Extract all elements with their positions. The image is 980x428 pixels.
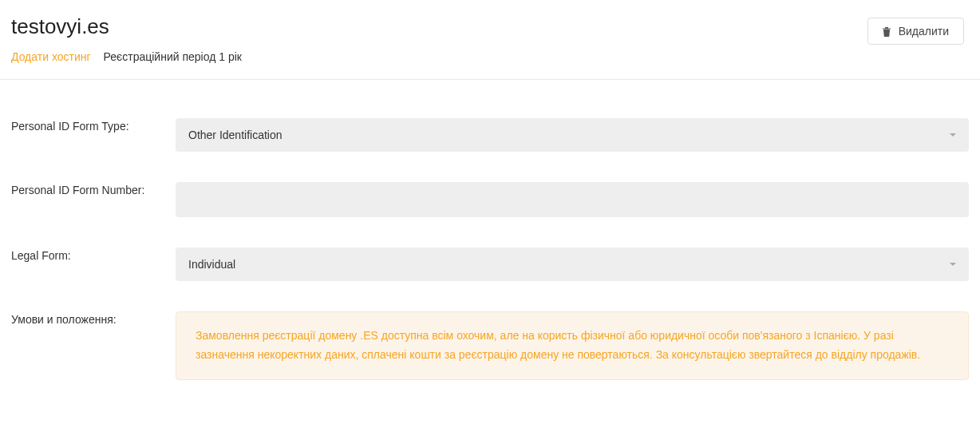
row-legal-form: Legal Form: Individual <box>11 248 969 281</box>
select-personal-id-type[interactable]: Other Identification <box>176 118 969 152</box>
form-area: Personal ID Form Type: Other Identificat… <box>0 80 980 422</box>
domain-title: testovyi.es <box>11 14 969 39</box>
row-personal-id-type: Personal ID Form Type: Other Identificat… <box>11 118 969 152</box>
caret-down-icon <box>950 133 956 137</box>
trash-icon <box>883 26 891 36</box>
caret-down-icon <box>950 263 956 266</box>
header-sub-row: Додати хостинг Реєстраційний період 1 рі… <box>11 50 969 63</box>
add-hosting-link[interactable]: Додати хостинг <box>11 50 91 63</box>
delete-button-label: Видалити <box>899 25 949 38</box>
page-header: testovyi.es Додати хостинг Реєстраційний… <box>0 0 980 80</box>
label-personal-id-number: Personal ID Form Number: <box>11 182 176 217</box>
select-legal-form-value: Individual <box>188 258 235 271</box>
label-terms: Умови и положення: <box>11 311 176 380</box>
label-personal-id-type: Personal ID Form Type: <box>11 118 176 152</box>
terms-notice: Замовлення реєстрації домену .ES доступн… <box>176 311 969 380</box>
row-personal-id-number: Personal ID Form Number: <box>11 182 969 217</box>
select-personal-id-type-value: Other Identification <box>188 129 283 141</box>
row-terms: Умови и положення: Замовлення реєстрації… <box>11 311 969 380</box>
select-legal-form[interactable]: Individual <box>176 248 969 281</box>
input-personal-id-number[interactable] <box>176 182 969 217</box>
label-legal-form: Legal Form: <box>11 248 176 281</box>
registration-period: Реєстраційний період 1 рік <box>104 50 242 63</box>
delete-button[interactable]: Видалити <box>867 18 964 45</box>
